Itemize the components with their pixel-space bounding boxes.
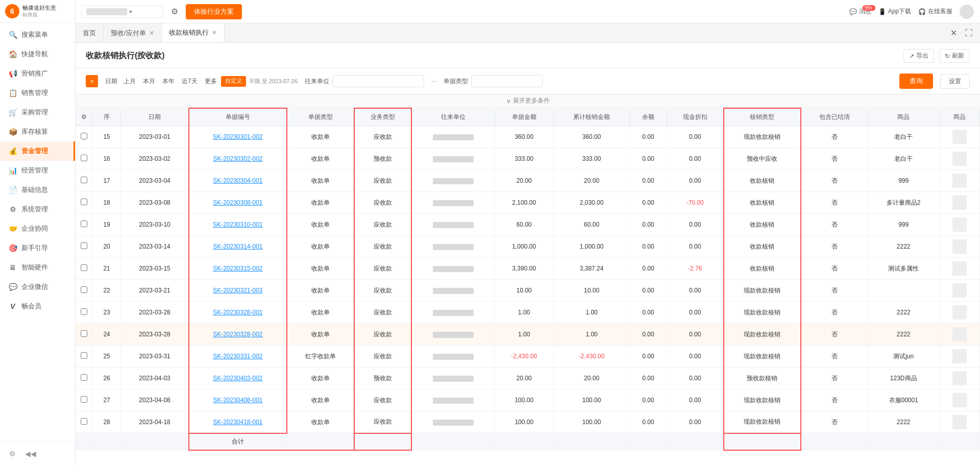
cell-include-settled: 否 [801, 367, 868, 389]
cell-doc-no[interactable]: SK-20230331-002 [189, 346, 287, 367]
topbar-gear-button[interactable]: ⚙ [167, 5, 182, 19]
row-checkbox[interactable] [81, 286, 87, 293]
row-checkbox[interactable] [81, 133, 87, 139]
tab-close-all-button[interactable]: ✕ [947, 27, 960, 39]
marketing-icon: 📢 [8, 69, 17, 78]
cell-cash-discount: 0.00 [667, 411, 724, 433]
row-checkbox[interactable] [81, 374, 87, 381]
tab-prepay[interactable]: 预收/应付单 ✕ [104, 23, 162, 42]
cell-doc-no[interactable]: SK-20230314-001 [189, 236, 287, 258]
row-checkbox[interactable] [81, 418, 87, 425]
cell-goods: 老白干 [868, 148, 940, 170]
cell-goods-img [940, 302, 980, 324]
sidebar-item-inventory[interactable]: 📦 库存核算 [0, 122, 75, 141]
cell-doc-no[interactable]: SK-20230308-001 [189, 192, 287, 214]
solution-button[interactable]: 体验行业方案 [186, 4, 242, 19]
cell-doc-no[interactable]: SK-20230304-001 [189, 170, 287, 192]
tab-prepay-close[interactable]: ✕ [149, 30, 154, 37]
filter-collapse-button[interactable]: » [86, 75, 98, 87]
date-custom[interactable]: 自定义 [221, 76, 246, 87]
row-checkbox[interactable] [81, 220, 87, 227]
cell-settings [76, 324, 93, 346]
sidebar-item-hardware[interactable]: 🖥 智能硬件 [0, 258, 75, 277]
row-checkbox[interactable] [81, 199, 87, 205]
sidebar-item-member[interactable]: V 畅会员 [0, 297, 75, 316]
cell-goods-img [940, 258, 980, 280]
cell-partner [411, 258, 495, 280]
row-checkbox[interactable] [81, 155, 87, 161]
purchase-icon: 🛒 [8, 108, 17, 117]
sidebar-item-finance[interactable]: 💰 资金管理 [0, 141, 75, 161]
row-checkbox[interactable] [81, 264, 87, 271]
cell-writeoff-amount: 360.00 [553, 126, 629, 148]
user-avatar[interactable] [960, 5, 974, 19]
sidebar-item-quick[interactable]: 🏠 快捷导航 [0, 44, 75, 64]
date-last-month[interactable]: 上月 [120, 76, 139, 87]
date-this-year[interactable]: 本年 [159, 76, 178, 87]
tab-home[interactable]: 首页 [76, 23, 104, 42]
refresh-button[interactable]: ↻ 刷新 [939, 49, 970, 63]
cell-writeoff-type: 现款收款核销 [724, 126, 801, 148]
sidebar-item-sales[interactable]: 📋 销售管理 [0, 83, 75, 103]
row-checkbox[interactable] [81, 242, 87, 249]
sidebar-item-system[interactable]: ⚙ 系统管理 [0, 200, 75, 219]
partner-input[interactable] [332, 75, 424, 87]
tab-writeoff[interactable]: 收款核销执行 ✕ [162, 23, 225, 42]
tab-writeoff-close[interactable]: ✕ [212, 29, 217, 36]
cell-writeoff-type: 收款核销 [724, 236, 801, 258]
cell-include-settled: 否 [801, 389, 868, 411]
table-wrap[interactable]: ⚙ 序 日期 单据编号 单据类型 业务类型 往来单位 单据金额 累计核销金额 余… [76, 108, 980, 466]
col-amount: 单据金额 [495, 108, 553, 126]
sidebar-item-basic[interactable]: 📄 基础信息 [0, 180, 75, 200]
cell-doc-type: 收款单 [287, 324, 354, 346]
member-icon: V [8, 302, 17, 311]
doc-type-select[interactable] [471, 75, 543, 87]
cell-doc-no[interactable]: SK-20230301-002 [189, 126, 287, 148]
cell-settings [76, 258, 93, 280]
cell-doc-no[interactable]: SK-20230328-001 [189, 302, 287, 324]
sidebar-item-wechat[interactable]: 💬 企业微信 [0, 277, 75, 297]
sidebar-item-search[interactable]: 🔍 搜索菜单 [0, 25, 75, 44]
cell-doc-no[interactable]: SK-20230408-001 [189, 389, 287, 411]
row-checkbox[interactable] [81, 308, 87, 315]
online-service-button[interactable]: 🎧 在线客服 [918, 7, 952, 16]
app-download-button[interactable]: 📱 App下载 [878, 7, 911, 16]
company-selector[interactable]: ▾ [82, 6, 163, 18]
date-7days[interactable]: 近7天 [179, 76, 201, 87]
cell-doc-no[interactable]: SK-20230302-002 [189, 148, 287, 170]
sidebar-item-guide[interactable]: 🎯 新手引导 [0, 238, 75, 258]
cell-date: 2023-03-28 [121, 302, 189, 324]
cell-doc-no[interactable]: SK-20230403-002 [189, 367, 287, 389]
sidebar-item-enterprise[interactable]: 🤝 企业协同 [0, 219, 75, 238]
query-button[interactable]: 查询 [899, 73, 933, 89]
cell-doc-no[interactable]: SK-20230310-001 [189, 214, 287, 236]
cell-doc-no[interactable]: SK-20230315-002 [189, 258, 287, 280]
row-checkbox[interactable] [81, 352, 87, 359]
cell-amount: 100.00 [495, 411, 553, 433]
date-more[interactable]: 更多 [202, 76, 220, 87]
row-checkbox[interactable] [81, 396, 87, 403]
settings-bottom-icon[interactable]: ⚙ [5, 447, 19, 461]
export-button[interactable]: ↗ 导出 [903, 49, 934, 63]
cell-goods: 2222 [868, 411, 940, 433]
messages-button[interactable]: 💬 消息 99+ [849, 7, 871, 16]
sidebar-item-purchase[interactable]: 🛒 采购管理 [0, 103, 75, 122]
expand-conditions-button[interactable]: ∨ 展开更多条件 [506, 96, 550, 105]
cell-partner [411, 367, 495, 389]
col-settings[interactable]: ⚙ [76, 108, 93, 126]
collapse-icon[interactable]: ◀◀ [23, 447, 38, 461]
main-area: ▾ ⚙ 体验行业方案 💬 消息 99+ 📱 App下载 🎧 在线客服 首页 [76, 0, 980, 466]
sidebar-item-marketing[interactable]: 📢 营销推广 [0, 64, 75, 83]
settings-button[interactable]: 设置 [940, 74, 970, 89]
row-checkbox[interactable] [81, 330, 87, 337]
cell-writeoff-type: 现款收款核销 [724, 280, 801, 302]
sidebar-item-operations[interactable]: 📊 经营管理 [0, 161, 75, 180]
row-checkbox[interactable] [81, 177, 87, 183]
message-icon: 💬 [849, 8, 857, 15]
cell-doc-no[interactable]: SK-20230321-003 [189, 280, 287, 302]
cell-doc-no[interactable]: SK-20230418-001 [189, 411, 287, 433]
date-this-month[interactable]: 本月 [140, 76, 158, 87]
cell-doc-no[interactable]: SK-20230328-002 [189, 324, 287, 346]
tab-expand-button[interactable]: ⛶ [963, 27, 975, 39]
cell-balance: 0.00 [630, 148, 667, 170]
